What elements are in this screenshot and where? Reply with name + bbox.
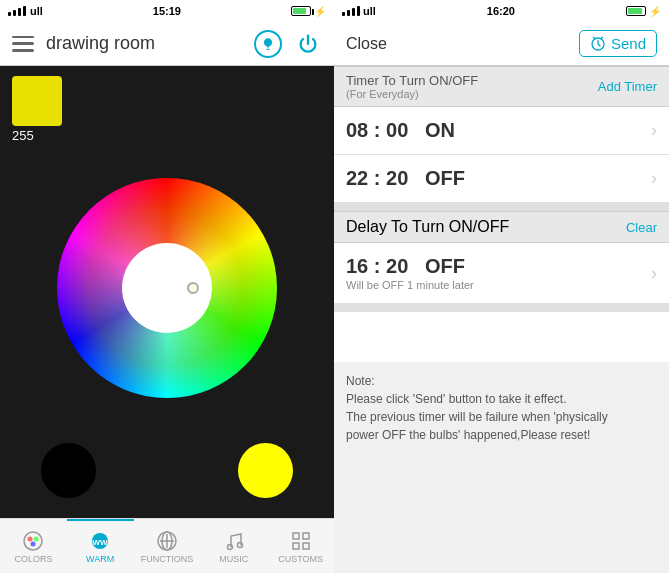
timer-header-line1: Timer To Turn ON/OFF <box>346 73 478 88</box>
note-line-3: power OFF the bulbs' happened,Please res… <box>346 426 657 444</box>
note-line-1: Please click 'Send' button to take it ef… <box>346 390 657 408</box>
status-time-left: 15:19 <box>153 5 181 17</box>
carrier: ull <box>30 5 43 17</box>
svg-point-3 <box>31 542 36 547</box>
timer-row-2-content: 22 : 20 OFF <box>346 167 465 190</box>
warm-icon: WW <box>89 530 111 552</box>
delay-row[interactable]: 16 : 20 OFF Will be OFF 1 minute later › <box>334 243 669 304</box>
delay-time: 16 : 20 OFF <box>346 255 465 277</box>
svg-text:WW: WW <box>93 538 109 547</box>
svg-rect-14 <box>293 543 299 549</box>
battery-fill-right <box>628 8 642 14</box>
delay-header-text: Delay To Turn ON/OFF <box>346 218 509 236</box>
battery-area-left: ⚡ <box>291 6 326 17</box>
signal-bars <box>8 6 26 16</box>
tab-bar: COLORS WW WARM FUNCTIONS <box>0 518 334 573</box>
menu-icon[interactable] <box>12 36 34 52</box>
note-title: Note: <box>346 372 657 390</box>
delay-section-header: Delay To Turn ON/OFF Clear <box>334 211 669 243</box>
battery-icon-left <box>291 6 311 16</box>
signal-area-right: ull <box>342 5 376 17</box>
send-label: Send <box>611 35 646 52</box>
tab-customs[interactable]: CUSTOMS <box>267 519 334 573</box>
music-icon <box>223 530 245 552</box>
tab-functions[interactable]: FUNCTIONS <box>134 519 201 573</box>
svg-point-2 <box>34 537 39 542</box>
svg-point-11 <box>237 543 242 548</box>
power-icon[interactable] <box>294 30 322 58</box>
svg-point-10 <box>227 545 232 550</box>
charging-bolt: ⚡ <box>314 6 326 17</box>
timer-row-1-content: 08 : 00 ON <box>346 119 455 142</box>
tab-colors[interactable]: COLORS <box>0 519 67 573</box>
battery-icon-right <box>626 6 646 16</box>
divider-1 <box>334 203 669 211</box>
timer-row-1[interactable]: 08 : 00 ON › <box>334 107 669 155</box>
wheel-cursor <box>187 282 199 294</box>
tab-warm[interactable]: WW WARM <box>67 519 134 573</box>
room-title: drawing room <box>46 33 242 54</box>
alarm-icon[interactable] <box>254 30 282 58</box>
timer-time-1: 08 : 00 ON <box>346 119 455 141</box>
right-nav-bar: Close Send <box>334 22 669 66</box>
left-panel: ull 15:19 ⚡ drawing room 25 <box>0 0 334 573</box>
svg-rect-15 <box>303 543 309 549</box>
customs-icon <box>290 530 312 552</box>
color-wheel-outer[interactable] <box>57 178 277 398</box>
add-timer-button[interactable]: Add Timer <box>598 79 657 94</box>
timer-header-line2: (For Everyday) <box>346 88 478 100</box>
status-time-right: 16:20 <box>487 5 515 17</box>
status-bar-left: ull 15:19 ⚡ <box>0 0 334 22</box>
note-line-2: The previous timer will be failure when … <box>346 408 657 426</box>
tab-music[interactable]: MUSIC <box>200 519 267 573</box>
timer-time-2: 22 : 20 OFF <box>346 167 465 189</box>
divider-2 <box>334 304 669 312</box>
color-wheel[interactable] <box>57 178 277 398</box>
color-wheel-area[interactable] <box>0 153 334 423</box>
power-svg <box>297 33 319 55</box>
signal-area: ull <box>8 5 43 17</box>
carrier-right: ull <box>363 5 376 17</box>
status-bar-right: ull 16:20 ⚡ <box>334 0 669 22</box>
charging-bolt-right: ⚡ <box>649 6 661 17</box>
send-button[interactable]: Send <box>579 30 657 57</box>
timer-header-text: Timer To Turn ON/OFF (For Everyday) <box>346 73 478 100</box>
delay-row-content: 16 : 20 OFF Will be OFF 1 minute later <box>346 255 474 291</box>
tab-music-label: MUSIC <box>219 554 248 564</box>
svg-point-1 <box>28 537 33 542</box>
timer-time-2-text: 22 : 20 <box>346 167 408 189</box>
alarm-send-icon <box>590 36 606 52</box>
chevron-1: › <box>651 120 657 141</box>
black-circle[interactable] <box>41 443 96 498</box>
svg-rect-13 <box>303 533 309 539</box>
chevron-2: › <box>651 168 657 189</box>
timer-state-1: ON <box>425 119 455 141</box>
yellow-circle[interactable] <box>238 443 293 498</box>
svg-rect-12 <box>293 533 299 539</box>
color-preview-area: 255 <box>0 66 334 153</box>
right-panel: ull 16:20 ⚡ Close Send Timer To Turn ON/… <box>334 0 669 573</box>
delay-sub: Will be OFF 1 minute later <box>346 279 474 291</box>
battery-fill-left <box>293 8 306 14</box>
functions-icon <box>156 530 178 552</box>
timer-row-2[interactable]: 22 : 20 OFF › <box>334 155 669 203</box>
delay-state: OFF <box>425 255 465 277</box>
empty-space <box>334 312 669 362</box>
close-button[interactable]: Close <box>346 35 387 53</box>
color-swatch[interactable] <box>12 76 62 126</box>
svg-point-0 <box>24 532 42 550</box>
alarm-svg <box>261 37 275 51</box>
timer-state-2: OFF <box>425 167 465 189</box>
timer-time-1-text: 08 : 00 <box>346 119 408 141</box>
color-value: 255 <box>12 128 322 143</box>
nav-bar-left: drawing room <box>0 22 334 66</box>
colors-icon <box>22 530 44 552</box>
tab-functions-label: FUNCTIONS <box>141 554 194 564</box>
timer-section-header: Timer To Turn ON/OFF (For Everyday) Add … <box>334 66 669 107</box>
clear-button[interactable]: Clear <box>626 220 657 235</box>
tab-colors-label: COLORS <box>14 554 52 564</box>
right-content: Timer To Turn ON/OFF (For Everyday) Add … <box>334 66 669 573</box>
chevron-delay: › <box>651 263 657 284</box>
tab-warm-label: WARM <box>86 554 114 564</box>
tab-customs-label: CUSTOMS <box>278 554 323 564</box>
